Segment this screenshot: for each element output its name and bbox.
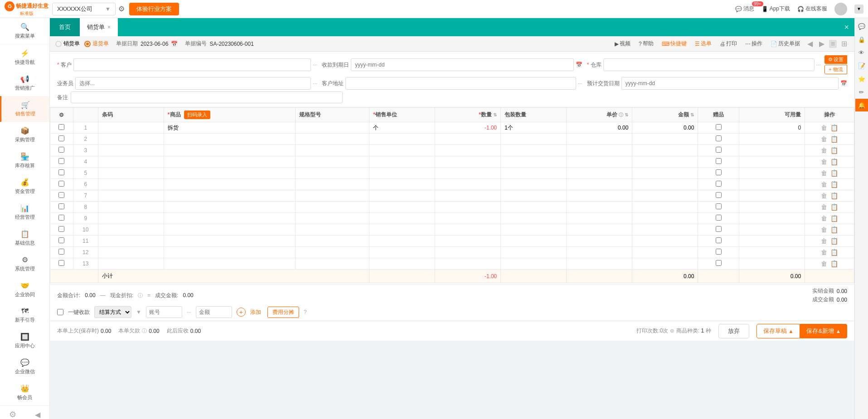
sort-icon-price[interactable]: ⇅ [625, 112, 628, 117]
row-spec[interactable] [295, 190, 369, 202]
delete-row-btn[interactable]: 🗑 [821, 147, 827, 154]
customer-addr-input[interactable] [345, 77, 576, 90]
gift-checkbox[interactable] [716, 237, 722, 243]
customer-addr-more-icon[interactable]: ··· [578, 80, 582, 87]
row-price[interactable] [567, 145, 632, 156]
print-btn[interactable]: 🖨 打印 [717, 39, 740, 48]
info-icon-owe[interactable]: ⓘ [142, 327, 147, 334]
row-sort-handle[interactable] [58, 147, 64, 153]
row-amount[interactable] [632, 122, 698, 134]
row-unit[interactable] [369, 168, 435, 179]
row-pack-qty[interactable] [501, 156, 567, 168]
row-gift[interactable] [698, 202, 739, 213]
copy-row-btn[interactable]: 📋 [830, 237, 838, 245]
amount-input[interactable] [196, 306, 232, 318]
salesperson-more-icon[interactable]: ··· [313, 80, 317, 87]
row-qty[interactable] [435, 179, 501, 190]
tab-home[interactable]: 首页 [50, 18, 80, 36]
delete-row-btn[interactable]: 🗑 [821, 181, 827, 188]
row-price[interactable] [567, 134, 632, 145]
row-unit[interactable] [369, 202, 435, 213]
float-eye-icon[interactable]: 👁 [855, 46, 868, 59]
row-pack-qty[interactable] [501, 168, 567, 179]
sidebar-item-system[interactable]: ⚙ 系统管理 [0, 251, 49, 277]
row-gift[interactable] [698, 247, 739, 258]
sort-icon-qty[interactable]: ⇅ [493, 112, 497, 117]
radio-return-order[interactable]: 退货单 [84, 40, 109, 48]
row-price[interactable] [567, 213, 632, 224]
row-price[interactable] [567, 258, 632, 270]
row-pack-qty[interactable] [501, 258, 567, 270]
scan-btn[interactable]: 扫码录入 [184, 111, 210, 119]
row-spec[interactable] [295, 247, 369, 258]
row-gift[interactable] [698, 258, 739, 270]
save-draft-btn[interactable]: 保存草稿 ▲ [756, 324, 800, 338]
delete-row-btn[interactable]: 🗑 [821, 124, 827, 131]
radio-sales-order[interactable]: 销货单 [55, 40, 80, 48]
row-product[interactable] [164, 179, 295, 190]
grid-view-btn[interactable]: ⊞ [839, 39, 849, 48]
receive-date-input[interactable] [351, 58, 573, 71]
row-sort-handle[interactable] [58, 237, 64, 243]
gift-checkbox[interactable] [716, 192, 722, 198]
row-amount[interactable] [632, 236, 698, 247]
float-note-icon[interactable]: 📝 [855, 59, 868, 72]
row-product[interactable] [164, 156, 295, 168]
row-price[interactable] [567, 156, 632, 168]
sidebar-item-sales[interactable]: 🛒 销售管理 [0, 96, 49, 122]
sidebar-item-guide[interactable]: 🗺 新手引导 [0, 303, 49, 328]
trial-btn[interactable]: 体验行业方案 [129, 3, 179, 15]
copy-row-btn[interactable]: 📋 [830, 169, 838, 177]
row-price[interactable] [567, 236, 632, 247]
row-sort-handle[interactable] [58, 260, 64, 266]
app-download-btn[interactable]: 📱 App下载 [761, 5, 790, 13]
gift-checkbox[interactable] [716, 135, 722, 141]
row-price[interactable] [567, 168, 632, 179]
row-product[interactable] [164, 247, 295, 258]
calendar-icon-expected[interactable]: 📅 [840, 80, 847, 87]
row-spec[interactable] [295, 145, 369, 156]
row-gift[interactable] [698, 179, 739, 190]
info-icon-price[interactable]: ⓘ [619, 112, 623, 117]
row-gift[interactable] [698, 156, 739, 168]
next-btn[interactable]: ▶ [817, 39, 826, 48]
user-arrow[interactable]: ▼ [854, 5, 863, 14]
row-pack-qty[interactable] [501, 134, 567, 145]
add-payment-btn[interactable]: + [237, 308, 246, 317]
help-btn[interactable]: ? 帮助 [636, 39, 656, 48]
company-selector[interactable]: XXXXXX公司 ▼ [52, 3, 116, 15]
row-amount[interactable] [632, 145, 698, 156]
sidebar-item-quick-nav[interactable]: ⚡ 快捷导航 [0, 44, 49, 70]
copy-row-btn[interactable]: 📋 [830, 226, 838, 233]
row-barcode[interactable] [98, 190, 164, 202]
row-barcode[interactable] [98, 145, 164, 156]
row-amount[interactable] [632, 202, 698, 213]
float-bell-icon[interactable]: 🔔 [855, 99, 868, 111]
gift-checkbox[interactable] [716, 181, 722, 187]
th-settings[interactable]: ⚙ [50, 108, 73, 122]
row-price[interactable] [567, 190, 632, 202]
row-gift[interactable] [698, 236, 739, 247]
row-product[interactable] [164, 190, 295, 202]
copy-row-btn[interactable]: 📋 [830, 215, 838, 222]
gift-checkbox[interactable] [716, 226, 722, 232]
row-spec[interactable] [295, 168, 369, 179]
row-product[interactable] [164, 168, 295, 179]
row-qty[interactable] [435, 213, 501, 224]
row-qty[interactable] [435, 134, 501, 145]
row-product[interactable] [164, 145, 295, 156]
float-star-icon[interactable]: ⭐ [855, 72, 868, 85]
row-unit[interactable] [369, 145, 435, 156]
row-sort-handle[interactable] [58, 203, 64, 209]
info-icon-discount[interactable]: ⓘ [138, 292, 143, 299]
row-spec[interactable] [295, 122, 369, 134]
copy-row-btn[interactable]: 📋 [830, 135, 838, 143]
copy-row-btn[interactable]: 📋 [830, 260, 838, 267]
row-barcode[interactable] [98, 258, 164, 270]
row-barcode[interactable] [98, 224, 164, 236]
settlement-arrow[interactable]: ▼ [136, 309, 141, 315]
row-pack-qty[interactable] [501, 213, 567, 224]
select-btn[interactable]: ☰ 选单 [692, 39, 714, 48]
row-pack-qty[interactable] [501, 247, 567, 258]
delete-row-btn[interactable]: 🗑 [821, 203, 827, 211]
